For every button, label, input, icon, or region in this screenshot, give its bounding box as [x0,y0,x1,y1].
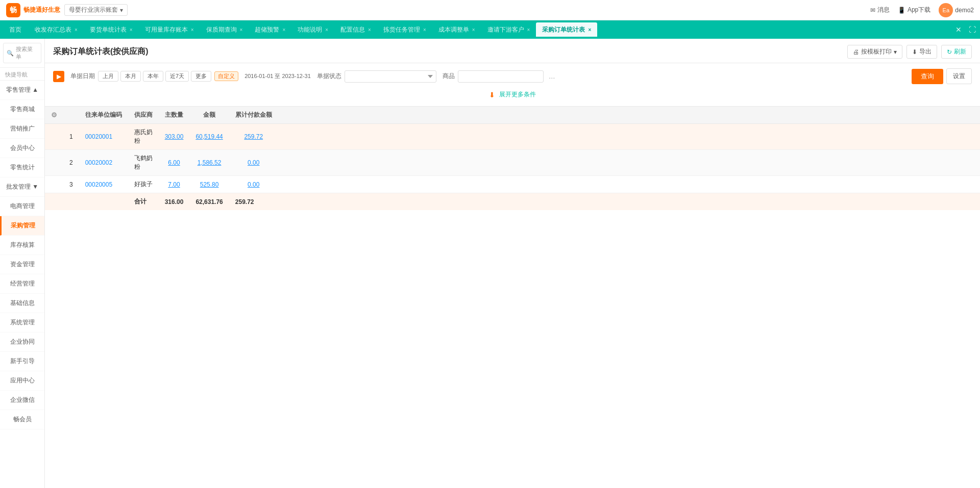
close-icon[interactable]: × [240,27,243,33]
row-quantity[interactable]: 303.00 [159,124,190,150]
sidebar-item-basic-info[interactable]: 基础信息 [0,294,44,313]
sidebar-item-retail-stats[interactable]: 零售统计 [0,158,44,177]
chevron-down-icon: ▾ [120,7,123,14]
search-menu-button[interactable]: 🔍 搜索菜单 [3,43,41,63]
close-icon[interactable]: × [325,27,328,33]
date-custom-badge[interactable]: 自定义 [214,71,238,81]
tab-usable-stock[interactable]: 可用量库存账本 × [139,22,200,37]
goods-input[interactable] [458,70,544,83]
close-icon[interactable]: × [527,27,530,33]
date-more-button[interactable]: 更多 [191,71,211,82]
tab-expiry-query[interactable]: 保质期查询 × [200,22,249,37]
col-amount: 金额 [189,107,229,124]
maximize-window-button[interactable]: ⛶ [967,24,978,35]
goods-more-icon[interactable]: … [547,72,557,80]
close-icon[interactable]: × [588,27,591,33]
expand-filter-row: ⬇ 展开更多条件 [53,88,972,101]
row-paid-amount[interactable]: 0.00 [229,176,278,193]
query-button[interactable]: 查询 [912,69,943,84]
sidebar-item-enterprise-collab[interactable]: 企业协同 [0,332,44,352]
row-quantity[interactable]: 6.00 [159,150,190,176]
row-unit-code[interactable]: 00020001 [79,124,128,150]
message-label: 消息 [877,6,890,14]
sidebar-item-purchase-mgmt[interactable]: 采购管理 [0,216,44,236]
row-unit-code[interactable]: 00020002 [79,150,128,176]
close-icon[interactable]: × [368,27,371,33]
collapse-filter-button[interactable]: ▶ [53,71,64,82]
tab-cost-adjust[interactable]: 成本调整单 × [432,22,481,37]
close-icon[interactable]: × [472,27,475,33]
user-profile-button[interactable]: Ea demo2 [939,3,974,17]
sidebar-item-enterprise-wechat[interactable]: 企业微信 [0,391,44,410]
tab-invite-downstream[interactable]: 邀请下游客户 × [481,22,536,37]
tab-label: 成本调整单 [438,25,469,34]
date-last-7days-button[interactable]: 近7天 [165,71,189,82]
filter-area: ▶ 单据日期 上月 本月 本年 近7天 更多 自定义 2016-01-01 至 … [45,63,980,107]
search-icon: 🔍 [7,50,14,57]
sidebar-item-ecommerce-mgmt[interactable]: 电商管理 [0,197,44,216]
sidebar-item-inventory-check[interactable]: 库存核算 [0,236,44,255]
row-extra [278,150,980,176]
sidebar-item-funds-mgmt[interactable]: 资金管理 [0,255,44,274]
top-bar: 畅 畅捷通好生意 母婴行业演示账套 ▾ ✉ 消息 📱 App下载 Ea demo… [0,0,980,20]
sidebar-item-retail-mgmt[interactable]: 零售管理 ▲ [0,81,44,100]
row-paid-amount[interactable]: 0.00 [229,150,278,176]
close-icon[interactable]: × [130,27,133,33]
sidebar-item-ops-mgmt[interactable]: 经营管理 [0,274,44,294]
row-quantity[interactable]: 7.00 [159,176,190,193]
tab-purchase-summary[interactable]: 采购订单统计表 × [536,22,597,37]
row-amount[interactable]: 525.80 [189,176,229,193]
close-icon[interactable]: × [423,27,426,33]
tab-receive-summary[interactable]: 收发存汇总表 × [29,22,84,37]
expand-more-conditions-button[interactable]: ⬇ 展开更多条件 [485,88,540,101]
tab-goods-summary[interactable]: 要货单统计表 × [84,22,139,37]
col-settings[interactable]: ⚙ [45,107,63,124]
row-amount[interactable]: 60,519.44 [189,124,229,150]
table-row: 3 00020005 好孩子 7.00 525.80 0.00 [45,176,980,193]
tab-label: 要货单统计表 [90,25,127,34]
tab-overstock-warning[interactable]: 超储预警 × [249,22,291,37]
tab-picking-task[interactable]: 拣货任务管理 × [377,22,432,37]
tab-function-desc[interactable]: 功能说明 × [291,22,334,37]
sidebar-item-wholesale-mgmt[interactable]: 批发管理 ▼ [0,177,44,197]
tab-home[interactable]: 首页 [2,22,29,37]
sidebar-item-new-guide[interactable]: 新手引导 [0,352,44,371]
column-settings-icon[interactable]: ⚙ [51,111,57,119]
sidebar-item-member-card[interactable]: 畅会员 [0,410,44,429]
sidebar-item-retail-shop[interactable]: 零售商城 [0,100,44,119]
close-icon[interactable]: × [75,27,78,33]
tab-config-info[interactable]: 配置信息 × [334,22,377,37]
date-this-year-button[interactable]: 本年 [143,71,163,82]
table-row: 1 00020001 惠氏奶粉 303.00 60,519.44 259.72 [45,124,980,150]
sidebar-item-member-center[interactable]: 会员中心 [0,139,44,158]
export-label: 导出 [919,47,932,56]
date-this-month-button[interactable]: 本月 [120,71,141,82]
print-template-button[interactable]: 🖨 按模板打印 ▾ [847,45,902,59]
date-last-month-button[interactable]: 上月 [98,71,118,82]
sidebar-item-system-mgmt[interactable]: 系统管理 [0,313,44,332]
message-button[interactable]: ✉ 消息 [870,6,890,14]
footer-extra [278,193,980,211]
sidebar-item-app-center[interactable]: 应用中心 [0,371,44,391]
export-button[interactable]: ⬇ 导出 [906,45,937,59]
close-window-button[interactable]: ✕ [953,24,964,35]
system-mgmt-label: 系统管理 [10,319,35,326]
refresh-button[interactable]: ↻ 刷新 [941,45,972,59]
enterprise-collab-label: 企业协同 [10,338,35,345]
workspace-selector[interactable]: 母婴行业演示账套 ▾ [64,4,128,16]
row-paid-amount[interactable]: 259.72 [229,124,278,150]
row-no: 1 [63,124,79,150]
date-range-text: 2016-01-01 至 2023-12-31 [244,72,311,80]
table-header-row: ⚙ 往来单位编码 供应商 主数量 金额 累计付款金额 [45,107,980,124]
close-icon[interactable]: × [191,27,194,33]
status-select[interactable] [345,70,436,83]
close-icon[interactable]: × [282,27,285,33]
quick-nav-label[interactable]: 快捷导航 [0,68,44,81]
sidebar-item-marketing[interactable]: 营销推广 [0,119,44,139]
marketing-label: 营销推广 [10,125,35,132]
app-download-button[interactable]: 📱 App下载 [898,6,930,14]
row-amount[interactable]: 1,586.52 [189,150,229,176]
settings-button[interactable]: 设置 [946,68,972,84]
row-unit-code[interactable]: 00020005 [79,176,128,193]
tab-label: 可用量库存账本 [145,25,188,34]
